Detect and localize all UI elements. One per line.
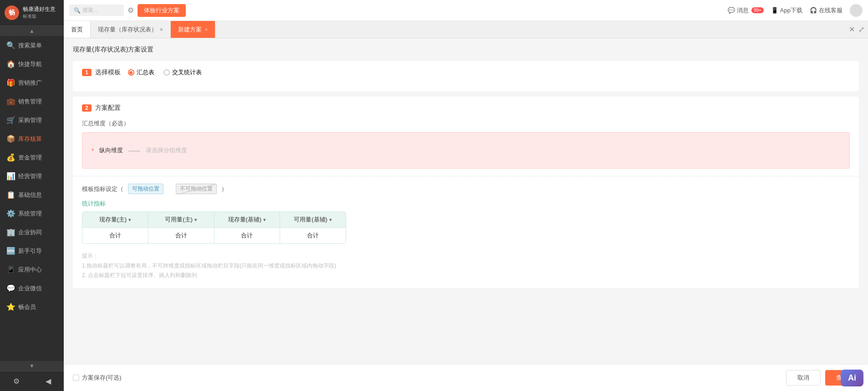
ai-badge[interactable]: Ai xyxy=(841,370,863,386)
sidebar-item-label: 应用中心 xyxy=(18,266,42,274)
indicator-close: ） xyxy=(221,185,227,193)
system-icon: ⚙️ xyxy=(6,209,15,218)
dimension-required: * xyxy=(92,147,94,154)
chevron-down-icon-1[interactable]: ▾ xyxy=(194,217,197,223)
sales-icon: 💼 xyxy=(6,97,15,106)
settings-icon[interactable]: ⚙ xyxy=(10,375,23,387)
app-logo: 畅 畅康通好生意 标准版 xyxy=(0,0,64,26)
sidebar-item-quick-nav[interactable]: 🏠 快捷导航 xyxy=(0,55,64,73)
inventory-icon: 📦 xyxy=(6,134,15,143)
tab-inventory-status[interactable]: 现存量（库存状况表） × xyxy=(91,21,171,38)
customer-service-btn[interactable]: 🎧 在线客服 xyxy=(810,6,842,15)
logo-icon: 畅 xyxy=(5,5,19,20)
dimension-field-name: 纵向维度 xyxy=(99,146,123,154)
sidebar-item-purchase[interactable]: 🛒 采购管理 xyxy=(0,111,64,129)
tips-title: 提示： xyxy=(82,252,98,259)
sidebar-item-label: 营销推广 xyxy=(18,79,42,87)
sidebar-scroll-up[interactable]: ▲ xyxy=(0,26,64,36)
stats-col-header-0: 现存量(主) ▾ xyxy=(99,216,132,224)
step1-header: 1 选择模板 汇总表 交叉统计表 xyxy=(82,68,850,77)
close-icon[interactable]: ✕ xyxy=(849,25,855,34)
app-download-icon: 📱 xyxy=(771,7,778,14)
tab-inventory-status-close[interactable]: × xyxy=(160,26,163,33)
sidebar-item-inventory[interactable]: 📦 库存核算 xyxy=(0,129,64,148)
save-checkbox[interactable] xyxy=(73,375,79,381)
tab-new-scheme-close[interactable]: × xyxy=(204,26,208,33)
radio-summary-dot xyxy=(128,69,134,76)
message-badge: 99+ xyxy=(751,7,764,13)
step2-header: 2 方案配置 xyxy=(82,104,850,112)
stats-col-1: 可用量(主) ▾ xyxy=(148,212,214,227)
message-btn[interactable]: 💬 消息 99+ xyxy=(728,6,764,15)
stats-table-row: 合计 合计 合计 合计 xyxy=(82,227,346,243)
sidebar-item-system[interactable]: ⚙️ 系统管理 xyxy=(0,204,64,223)
sidebar-item-app-center[interactable]: 📱 应用中心 xyxy=(0,260,64,279)
marketing-icon: 🎁 xyxy=(6,78,15,87)
app-download-btn[interactable]: 📱 App下载 xyxy=(771,6,802,15)
step2-section: 2 方案配置 汇总维度（必选） * 纵向维度 —— 请选择分组维度 模板指标设定… xyxy=(73,97,859,288)
radio-summary[interactable]: 汇总表 xyxy=(128,68,154,77)
sidebar-scroll-down[interactable]: ▼ xyxy=(0,361,64,371)
expand-icon[interactable]: ⤢ xyxy=(858,25,864,34)
step2-badge: 2 xyxy=(82,104,92,112)
search-text: 搜索... xyxy=(82,6,98,14)
stats-cell-2: 合计 xyxy=(214,228,281,243)
stats-cell-3: 合计 xyxy=(280,228,346,243)
bottom-bar: 方案保存(可选) 取消 查询 xyxy=(64,364,868,391)
headset-icon: 🎧 xyxy=(810,7,817,14)
company-icon: 🏢 xyxy=(6,228,15,237)
radio-cross-dot xyxy=(163,69,170,76)
stats-table: 现存量(主) ▾ 可用量(主) ▾ 现存量(基辅 xyxy=(82,211,346,244)
sidebar-item-label: 企业协同 xyxy=(18,228,42,237)
sidebar-item-wechat[interactable]: 💬 企业微信 xyxy=(0,279,64,298)
member-icon: ⭐ xyxy=(6,303,15,311)
sidebar-item-guide[interactable]: 🆕 新手引导 xyxy=(0,242,64,260)
chevron-down-icon-2[interactable]: ▾ xyxy=(263,217,266,223)
customer-service-label: 在线客服 xyxy=(819,6,842,15)
sound-icon[interactable]: ◀ xyxy=(42,375,55,387)
sidebar-item-search-menu[interactable]: 🔍 搜索菜单 xyxy=(0,36,64,55)
save-option[interactable]: 方案保存(可选) xyxy=(73,374,122,382)
tab-home[interactable]: 首页 xyxy=(64,21,91,38)
tips-section: 提示： 1.拖动标题栏可以调整布局，不可跨维度或指标区域拖动栏目字段(只能在同一… xyxy=(82,251,850,281)
sidebar-nav: 🔍 搜索菜单 🏠 快捷导航 🎁 营销推广 💼 销售管理 🛒 采购管理 📦 库存核… xyxy=(0,36,64,361)
guide-icon: 🆕 xyxy=(6,247,15,255)
finance-icon: 💰 xyxy=(6,153,15,162)
sidebar-item-marketing[interactable]: 🎁 营销推广 xyxy=(0,73,64,92)
topbar-search[interactable]: 🔍 搜索... xyxy=(69,5,124,16)
step1-section: 1 选择模板 汇总表 交叉统计表 xyxy=(73,61,859,91)
settings-gear-icon[interactable]: ⚙ xyxy=(128,6,134,15)
section-divider xyxy=(73,176,859,176)
sidebar-item-label: 快捷导航 xyxy=(18,60,42,68)
indicator-sep xyxy=(168,185,171,192)
radio-cross[interactable]: 交叉统计表 xyxy=(163,68,202,77)
sidebar-item-sales[interactable]: 💼 销售管理 xyxy=(0,92,64,111)
sidebar-item-company[interactable]: 🏢 企业协同 xyxy=(0,223,64,242)
sidebar-item-label: 销售管理 xyxy=(18,98,42,106)
trial-btn[interactable]: 体验行业方案 xyxy=(138,4,186,17)
indicator-draggable-tag: 可拖动位置 xyxy=(128,184,163,194)
sidebar-item-label: 企业微信 xyxy=(18,284,42,293)
sidebar-item-finance[interactable]: 💰 资金管理 xyxy=(0,148,64,167)
tab-new-scheme[interactable]: 新建方案 × xyxy=(171,21,215,38)
sidebar-item-operations[interactable]: 📊 经营管理 xyxy=(0,167,64,185)
step1-badge: 1 xyxy=(82,69,92,76)
chevron-down-icon-0[interactable]: ▾ xyxy=(128,217,131,223)
indicator-not-draggable-tag: 不可拖动位置 xyxy=(176,184,217,194)
cancel-button[interactable]: 取消 xyxy=(786,370,821,386)
sidebar-item-basic-info[interactable]: 📋 基础信息 xyxy=(0,185,64,204)
dimension-field-label: 汇总维度（必选） xyxy=(82,119,850,128)
topbar: 🔍 搜索... ⚙ 体验行业方案 💬 消息 99+ 📱 App下载 🎧 在线客服 xyxy=(64,0,868,21)
dimension-area[interactable]: * 纵向维度 —— 请选择分组维度 xyxy=(82,132,850,169)
sidebar-item-label: 资金管理 xyxy=(18,154,42,162)
sidebar-item-label: 基础信息 xyxy=(18,191,42,199)
tip-2: 2. 点击标题栏下拉可设置排序、插入列和删除列 xyxy=(82,271,850,281)
sidebar-item-member[interactable]: ⭐ 畅会员 xyxy=(0,298,64,316)
chevron-down-icon-3[interactable]: ▾ xyxy=(329,217,332,223)
template-options: 汇总表 交叉统计表 xyxy=(128,68,202,77)
radio-cross-label: 交叉统计表 xyxy=(172,68,202,77)
app-center-icon: 📱 xyxy=(6,265,15,274)
user-avatar[interactable] xyxy=(850,4,863,17)
search-menu-icon: 🔍 xyxy=(6,41,15,50)
purchase-icon: 🛒 xyxy=(6,116,15,124)
